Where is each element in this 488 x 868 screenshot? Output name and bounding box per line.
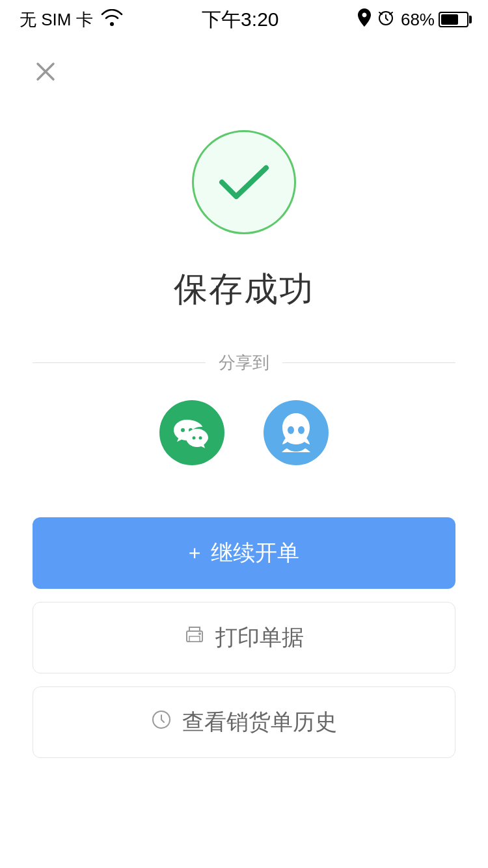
battery-text: 68% [401, 10, 435, 30]
action-buttons: + 继续开单 打印单据 查看销货单历史 [33, 517, 455, 758]
main-content: 保存成功 分享到 [0, 52, 488, 758]
success-title: 保存成功 [33, 267, 455, 312]
wechat-icon [172, 416, 211, 450]
print-label: 打印单据 [215, 623, 304, 653]
battery-icon [439, 12, 468, 27]
print-button[interactable]: 打印单据 [33, 602, 455, 673]
success-circle [192, 130, 296, 234]
svg-rect-8 [189, 636, 200, 642]
plus-icon: + [189, 541, 201, 565]
location-icon [358, 8, 371, 31]
svg-point-4 [199, 437, 202, 440]
status-right: 68% [358, 8, 468, 31]
history-label: 查看销货单历史 [182, 707, 337, 737]
print-icon [184, 625, 205, 651]
qq-icon [277, 411, 315, 455]
svg-point-6 [298, 426, 305, 434]
svg-point-5 [288, 426, 294, 434]
carrier-text: 无 SIM 卡 [20, 8, 93, 31]
continue-button[interactable]: + 继续开单 [33, 517, 455, 589]
status-bar: 无 SIM 卡 下午3:20 68% [0, 0, 488, 39]
continue-label: 继续开单 [211, 538, 299, 568]
svg-point-9 [198, 632, 201, 635]
history-icon [151, 709, 172, 735]
battery: 68% [401, 10, 468, 30]
svg-point-1 [181, 428, 185, 432]
status-time: 下午3:20 [202, 7, 278, 33]
share-section: 分享到 [33, 351, 455, 465]
share-line-left [33, 362, 206, 363]
history-button[interactable]: 查看销货单历史 [33, 686, 455, 758]
svg-point-3 [193, 437, 196, 440]
wifi-icon [101, 9, 123, 31]
share-qq-button[interactable] [264, 400, 329, 465]
share-divider-row: 分享到 [33, 351, 455, 374]
battery-fill [441, 14, 458, 25]
share-wechat-button[interactable] [159, 400, 224, 465]
success-circle-container [33, 130, 455, 234]
status-left: 无 SIM 卡 [20, 8, 123, 31]
close-button[interactable] [26, 52, 65, 91]
share-icons [33, 400, 455, 465]
share-line-right [282, 362, 455, 363]
checkmark-icon [218, 163, 270, 202]
share-label: 分享到 [219, 351, 269, 374]
alarm-icon [377, 9, 394, 31]
